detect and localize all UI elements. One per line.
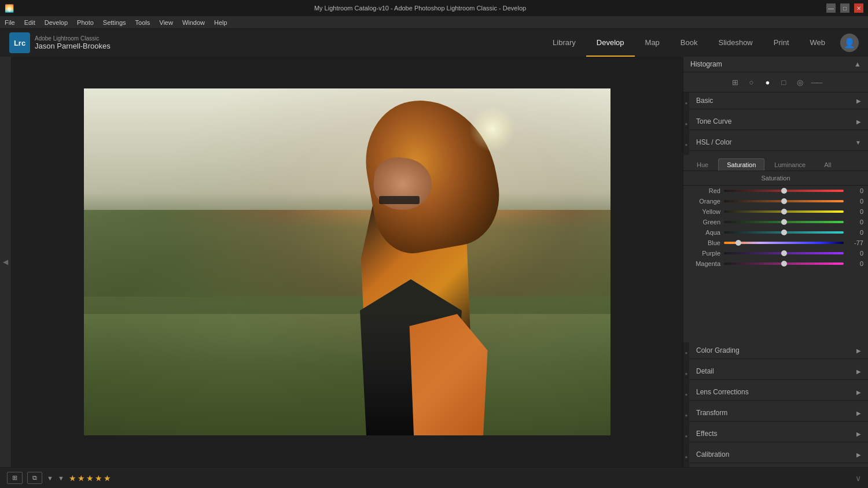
yellow-slider-track[interactable] — [724, 210, 844, 213]
basic-arrow: ▶ — [856, 98, 861, 104]
hsl-title: HSL / Color — [696, 138, 732, 146]
lens-corrections-section-header[interactable]: Lens Corrections ▶ — [689, 384, 868, 401]
close-button[interactable]: ✕ — [854, 3, 863, 13]
aqua-slider-track[interactable] — [724, 231, 844, 234]
hsl-tab-saturation[interactable]: Saturation — [718, 158, 764, 171]
photo-glasses — [379, 196, 420, 204]
username-label: Jason Parnell-Brookes — [35, 42, 111, 50]
blue-slider-row: Blue -77 — [683, 238, 868, 248]
menu-window[interactable]: Window — [182, 19, 205, 26]
purple-label: Purple — [690, 250, 720, 257]
transform-panel-row: ● Transform ▶ — [683, 405, 868, 426]
healing-tool-icon[interactable]: ○ — [745, 76, 758, 88]
detail-toggle[interactable]: ● — [683, 363, 689, 384]
menu-help[interactable]: Help — [214, 19, 227, 26]
red-value: 0 — [847, 187, 863, 194]
green-slider-track[interactable] — [724, 221, 844, 223]
hsl-collapse-arrow[interactable]: ▼ — [855, 139, 861, 146]
nav-develop[interactable]: Develop — [586, 29, 635, 57]
effects-toggle[interactable]: ● — [683, 426, 689, 446]
blue-slider-thumb[interactable] — [735, 240, 741, 246]
photo-ground — [84, 297, 610, 435]
calibration-section-header[interactable]: Calibration ▶ — [689, 446, 868, 463]
nav-map[interactable]: Map — [635, 29, 670, 57]
left-panel-toggle[interactable]: ◀ — [3, 258, 8, 266]
purple-slider-thumb[interactable] — [781, 250, 787, 256]
menu-develop[interactable]: Develop — [45, 19, 68, 26]
graduated-filter-icon[interactable]: □ — [778, 76, 790, 88]
tone-curve-arrow: ▶ — [856, 119, 861, 125]
menu-photo[interactable]: Photo — [77, 19, 94, 26]
green-slider-row: Green 0 — [683, 217, 868, 227]
green-value: 0 — [847, 219, 863, 225]
saturation-label-text: Saturation — [761, 175, 790, 182]
basic-toggle[interactable]: ● — [683, 93, 689, 113]
lens-corrections-toggle[interactable]: ● — [683, 384, 689, 405]
hsl-tab-all[interactable]: All — [815, 158, 840, 171]
detail-panel-row: ● Detail ▶ — [683, 363, 868, 384]
histogram-collapse-arrow[interactable]: ▲ — [854, 60, 861, 68]
orange-slider-track[interactable] — [724, 200, 844, 202]
app-logo: Lrc Adobe Lightroom Classic Jason Parnel… — [9, 32, 111, 53]
color-grading-section-header[interactable]: Color Grading ▶ — [689, 342, 868, 359]
menu-view[interactable]: View — [159, 19, 173, 26]
adjustment-brush-icon[interactable]: ◎ — [794, 76, 807, 88]
green-slider-thumb[interactable] — [781, 219, 787, 225]
hsl-tab-luminance[interactable]: Luminance — [766, 158, 814, 171]
yellow-value: 0 — [847, 208, 863, 215]
transform-section-header[interactable]: Transform ▶ — [689, 405, 868, 422]
basic-section-header[interactable]: Basic ▶ — [689, 93, 868, 109]
crop-tool-icon[interactable]: ⊞ — [729, 76, 742, 88]
bottom-expand-button[interactable]: ∨ — [855, 474, 861, 483]
nav-book[interactable]: Book — [670, 29, 708, 57]
app-name-label: Adobe Lightroom Classic — [35, 35, 111, 42]
nav-web[interactable]: Web — [800, 29, 836, 57]
nav-print[interactable]: Print — [763, 29, 800, 57]
menu-edit[interactable]: Edit — [24, 19, 35, 26]
tone-curve-section-header[interactable]: Tone Curve ▶ — [689, 113, 868, 130]
aqua-slider-thumb[interactable] — [781, 230, 787, 235]
minimize-button[interactable]: — — [826, 3, 836, 13]
calibration-toggle[interactable]: ● — [683, 446, 689, 467]
orange-slider-thumb[interactable] — [781, 198, 787, 204]
transform-toggle[interactable]: ● — [683, 405, 689, 426]
tone-curve-panel-row: ● Tone Curve ▶ — [683, 113, 868, 134]
compare-button[interactable]: ⧉ — [27, 472, 42, 484]
hsl-toggle[interactable]: ● — [683, 134, 689, 155]
hsl-section-header[interactable]: HSL / Color ▼ — [689, 134, 868, 151]
detail-title: Detail — [696, 367, 714, 375]
profile-button[interactable]: 👤 — [840, 34, 859, 52]
nav-slideshow[interactable]: Slideshow — [708, 29, 763, 57]
red-slider-track[interactable] — [724, 190, 844, 192]
color-grading-arrow: ▶ — [856, 347, 861, 354]
hsl-tab-hue[interactable]: Hue — [688, 158, 717, 171]
transform-title: Transform — [696, 409, 727, 417]
detail-arrow: ▶ — [856, 368, 861, 375]
tone-curve-toggle[interactable]: ● — [683, 113, 689, 134]
histogram-header[interactable]: Histogram ▲ — [683, 57, 868, 72]
magenta-value: 0 — [847, 260, 863, 267]
color-grading-toggle[interactable]: ● — [683, 342, 689, 363]
yellow-slider-thumb[interactable] — [781, 209, 787, 215]
topnav: Lrc Adobe Lightroom Classic Jason Parnel… — [0, 29, 868, 57]
effects-section-header[interactable]: Effects ▶ — [689, 426, 868, 442]
detail-section-header[interactable]: Detail ▶ — [689, 363, 868, 380]
purple-slider-track[interactable] — [724, 252, 844, 254]
right-panel: Histogram ▲ ⊞ ○ ● □ ◎ —— ● Basic ▶ ● — [683, 57, 868, 467]
magenta-slider-track[interactable] — [724, 263, 844, 265]
menu-settings[interactable]: Settings — [103, 19, 126, 26]
menu-tools[interactable]: Tools — [135, 19, 150, 26]
nav-library[interactable]: Library — [542, 29, 586, 57]
green-label: Green — [690, 219, 720, 225]
magenta-slider-thumb[interactable] — [781, 261, 787, 267]
blue-slider-track[interactable] — [724, 242, 844, 244]
radial-filter-icon[interactable]: ● — [762, 76, 774, 88]
maximize-button[interactable]: □ — [840, 3, 849, 13]
photo-rating[interactable]: ★★★★★ — [69, 474, 112, 483]
red-slider-thumb[interactable] — [781, 188, 787, 194]
menu-file[interactable]: File — [5, 19, 15, 26]
yellow-slider-row: Yellow 0 — [683, 206, 868, 217]
view-mode-button[interactable]: ⊞ — [7, 472, 23, 484]
tone-curve-title: Tone Curve — [696, 117, 731, 125]
tone-curve-icon[interactable]: —— — [810, 76, 823, 88]
